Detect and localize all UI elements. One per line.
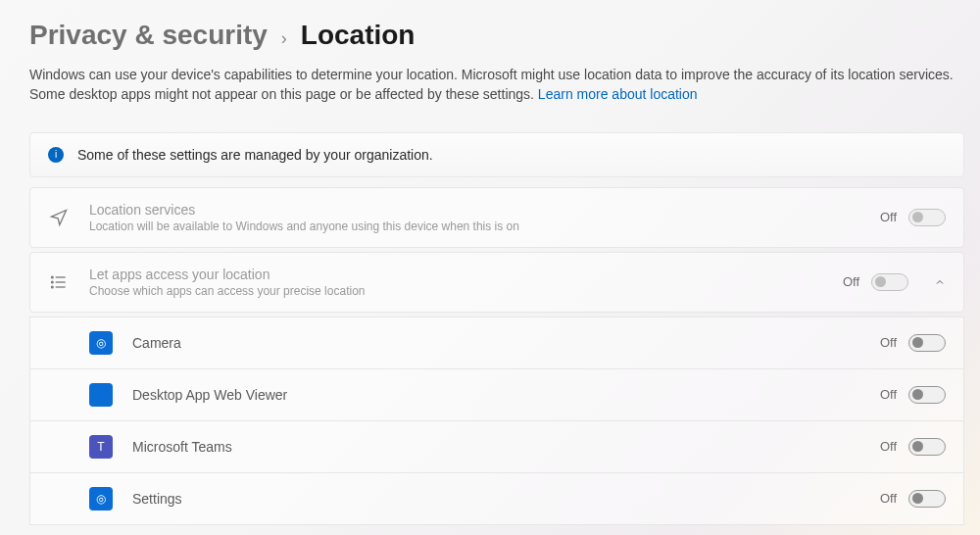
svg-point-3 — [52, 276, 54, 278]
breadcrumb: Privacy & security › Location — [29, 20, 964, 51]
app-name: Settings — [132, 491, 860, 507]
page-title: Location — [301, 20, 416, 51]
chevron-right-icon: › — [281, 28, 287, 49]
app-list: ◎ Camera Off Desktop App Web Viewer Off … — [29, 316, 964, 525]
app-state: Off — [880, 491, 897, 506]
app-row-desktop-web-viewer: Desktop App Web Viewer Off — [29, 369, 964, 421]
teams-app-icon: T — [89, 435, 113, 459]
app-row-teams: T Microsoft Teams Off — [29, 421, 964, 473]
app-toggle[interactable] — [908, 334, 946, 352]
chevron-up-icon[interactable] — [934, 276, 946, 288]
location-services-row: Location services Location will be avail… — [29, 187, 964, 248]
description-text: Windows can use your device's capabiliti… — [29, 67, 954, 102]
page-description: Windows can use your device's capabiliti… — [29, 65, 964, 105]
app-name: Camera — [132, 335, 860, 351]
app-state: Off — [880, 335, 897, 350]
apps-access-toggle[interactable] — [871, 273, 908, 291]
app-state: Off — [880, 387, 897, 402]
org-notice-text: Some of these settings are managed by yo… — [77, 147, 433, 163]
app-name: Microsoft Teams — [132, 439, 860, 455]
learn-more-link[interactable]: Learn more about location — [538, 86, 698, 102]
svg-point-5 — [52, 286, 54, 288]
breadcrumb-parent[interactable]: Privacy & security — [29, 20, 268, 51]
desktop-app-icon — [89, 383, 113, 407]
location-services-subtitle: Location will be available to Windows an… — [89, 219, 860, 233]
apps-access-row[interactable]: Let apps access your location Choose whi… — [29, 252, 964, 313]
list-icon — [48, 271, 70, 293]
app-toggle[interactable] — [908, 438, 946, 456]
apps-access-state: Off — [843, 274, 859, 289]
settings-app-icon: ◎ — [89, 487, 113, 511]
app-toggle[interactable] — [908, 490, 946, 508]
apps-access-title: Let apps access your location — [89, 267, 823, 282]
app-name: Desktop App Web Viewer — [132, 387, 860, 403]
app-row-settings: ◎ Settings Off — [29, 473, 964, 525]
apps-access-subtitle: Choose which apps can access your precis… — [89, 284, 823, 298]
app-row-camera: ◎ Camera Off — [29, 316, 964, 369]
app-state: Off — [880, 439, 897, 454]
info-icon: i — [48, 147, 64, 163]
location-arrow-icon — [48, 207, 70, 228]
camera-app-icon: ◎ — [89, 331, 113, 355]
app-toggle[interactable] — [908, 386, 946, 404]
location-services-toggle[interactable] — [908, 209, 946, 226]
org-notice: i Some of these settings are managed by … — [29, 132, 964, 177]
location-services-state: Off — [880, 210, 897, 224]
location-services-title: Location services — [89, 202, 860, 218]
svg-point-4 — [52, 281, 54, 283]
